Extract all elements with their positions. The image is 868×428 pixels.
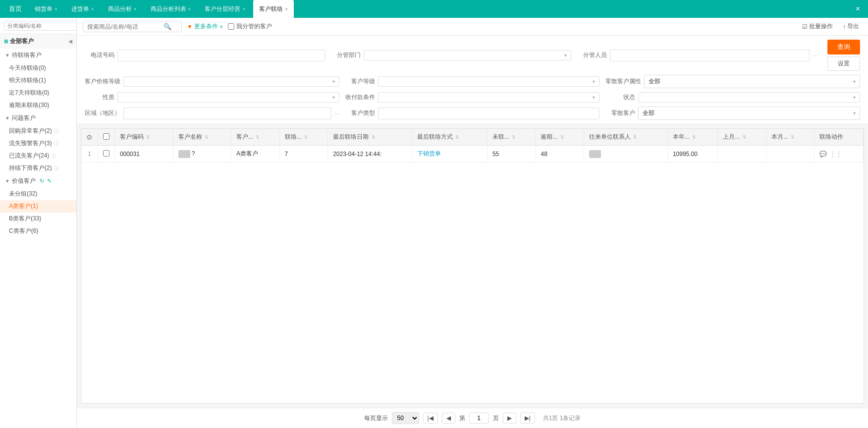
table-settings-icon[interactable]: ⚙: [86, 133, 93, 141]
sidebar-value-customers-group[interactable]: ▼ 价值客户 ↻ ✎: [0, 174, 76, 188]
more-action-icon[interactable]: ⋮⋮: [830, 151, 842, 158]
nature-label: 性质: [85, 93, 114, 102]
row-checkbox-cell: [98, 146, 115, 162]
main-search-input[interactable]: [87, 23, 162, 30]
row-checkbox[interactable]: [103, 150, 109, 157]
sidebar-item-keep-lost[interactable]: 持续下滑客户(2) ⓘ: [0, 162, 76, 174]
main-search-icon[interactable]: 🔍: [163, 23, 171, 30]
sort-last-contact-method-icon[interactable]: ⇅: [455, 135, 459, 140]
export-button[interactable]: ↑ 导出: [840, 21, 862, 32]
contact-action-cell: 💬 ⋮⋮: [814, 146, 864, 162]
customer-level-select[interactable]: ▾: [378, 76, 600, 87]
retail-customer-select[interactable]: 全部 ▾: [638, 107, 860, 120]
sidebar-item-tomorrow-pending[interactable]: 明天待联络(1): [0, 74, 76, 87]
division-dept-field: 分管部门 ▾: [331, 50, 571, 60]
sidebar-all-customers-header[interactable]: ⊞ 全部客户 ◀: [0, 34, 76, 49]
payment-condition-select[interactable]: ▾: [378, 92, 600, 103]
sidebar-item-today-pending[interactable]: 今天待联络(0): [0, 62, 76, 74]
sidebar-item-class-a[interactable]: A类客户(1): [0, 200, 76, 213]
contact-count-cell: 7: [279, 146, 328, 162]
sidebar-item-already-lost[interactable]: 已流失客户(24) ⓘ: [0, 150, 76, 162]
sort-last-contact-date-icon[interactable]: ⇅: [372, 135, 376, 140]
home-tab[interactable]: 首页: [4, 2, 27, 15]
sort-this-year-icon[interactable]: ⇅: [692, 135, 696, 140]
price-level-chevron-icon: ▾: [332, 79, 335, 84]
sidebar-pending-contact-group[interactable]: ▼ 待联络客户: [0, 49, 76, 62]
sort-customer-type-icon[interactable]: ⇅: [256, 135, 260, 140]
close-sales-order-icon[interactable]: ×: [54, 6, 57, 12]
last-page-button[interactable]: ▶|: [520, 413, 535, 424]
sort-contact-person-icon[interactable]: ⇅: [633, 135, 637, 140]
th-last-month: 上月... ⇅: [718, 129, 766, 146]
my-customers-checkbox-group[interactable]: 我分管的客户: [228, 22, 272, 31]
window-close-button[interactable]: ×: [852, 4, 864, 13]
page-suffix: 页: [493, 414, 499, 423]
collapse-icon[interactable]: ◀: [68, 39, 72, 44]
division-person-more-icon[interactable]: ···: [813, 52, 817, 59]
sidebar-item-class-c[interactable]: C类客户(6): [0, 225, 76, 237]
division-dept-select[interactable]: ▾: [364, 50, 571, 60]
sort-customer-name-icon[interactable]: ⇅: [205, 135, 209, 140]
sidebar-item-repeat-buy-abnormal[interactable]: 回购异常客户(2) ⓘ: [0, 125, 76, 137]
sidebar-item-overdue-contact[interactable]: 逾期未联络(30): [0, 99, 76, 111]
sidebar-item-ungrouped[interactable]: 未分组(32): [0, 188, 76, 200]
per-page-select[interactable]: 50 100 200: [392, 412, 419, 424]
region-more-icon[interactable]: ···: [334, 110, 339, 117]
close-product-analysis-list-icon[interactable]: ×: [188, 6, 191, 12]
query-button[interactable]: 查询: [827, 40, 860, 54]
edit-icon[interactable]: ✎: [47, 178, 52, 184]
sort-no-contact-days-icon[interactable]: ⇅: [512, 135, 516, 140]
division-person-input[interactable]: [610, 50, 810, 61]
bulk-operation-button[interactable]: ☑ 批量操作: [799, 21, 836, 32]
retail-attr-select[interactable]: 全部 ▾: [644, 75, 860, 88]
th-customer-code: 客户编码 ⇅: [115, 129, 173, 146]
customer-type-input[interactable]: [378, 107, 600, 119]
my-customers-checkbox[interactable]: [228, 23, 234, 30]
next-page-button[interactable]: ▶: [503, 413, 516, 424]
close-customer-tier-icon[interactable]: ×: [242, 6, 245, 12]
sidebar-problem-customers-group[interactable]: ▼ 问题客户: [0, 111, 76, 125]
table-row: 1 000031 ? A类客户 7 2023-04-12 14:44:: [81, 146, 864, 162]
page-number-input[interactable]: [469, 413, 489, 424]
sidebar-item-class-b[interactable]: B类客户(33): [0, 213, 76, 225]
nature-select[interactable]: ▾: [117, 92, 339, 103]
tab-product-analysis-list[interactable]: 商品分析列表 ×: [145, 0, 197, 18]
price-level-select[interactable]: ▾: [123, 76, 339, 87]
price-level-field: 客户价格等级 ▾: [85, 76, 339, 87]
filter-actions-group: ☑ 批量操作 ↑ 导出: [799, 21, 862, 32]
tab-purchase-order[interactable]: 进货单 ×: [65, 0, 100, 18]
last-contact-method-link[interactable]: 下销货单: [417, 150, 441, 157]
region-input[interactable]: [123, 107, 331, 119]
sidebar-item-lost-prediction[interactable]: 流失预警客户(3) ⓘ: [0, 137, 76, 150]
sidebar-item-seven-days-pending[interactable]: 近7天待联络(0): [0, 87, 76, 99]
last-contact-method-cell: 下销货单: [412, 146, 488, 162]
close-product-analysis-icon[interactable]: ×: [134, 6, 137, 12]
refresh-icon[interactable]: ↻: [40, 178, 44, 184]
sort-this-month-icon[interactable]: ⇅: [791, 135, 795, 140]
first-page-button[interactable]: |◀: [423, 413, 438, 424]
sort-customer-code-icon[interactable]: ⇅: [146, 135, 150, 140]
last-month-cell: [718, 146, 766, 162]
select-all-checkbox[interactable]: [103, 133, 109, 140]
message-action-icon[interactable]: 💬: [819, 151, 827, 158]
close-purchase-order-icon[interactable]: ×: [91, 6, 94, 12]
tab-customer-contact[interactable]: 客户联络 ×: [253, 0, 294, 18]
tab-product-analysis[interactable]: 商品分析 ×: [102, 0, 143, 18]
prev-page-button[interactable]: ◀: [442, 413, 455, 424]
settings-button[interactable]: 设置: [827, 56, 860, 71]
status-select[interactable]: ▾: [638, 92, 860, 103]
more-conditions-button[interactable]: ▼ 更多条件 ∧: [187, 22, 223, 31]
info-icon1: ⓘ: [54, 128, 59, 135]
filter-row-3: 性质 ▾ 收付款条件 ▾ 状态 ▾: [85, 92, 860, 103]
main-search-box[interactable]: 🔍: [83, 21, 182, 32]
info-icon4: ⓘ: [54, 165, 59, 172]
sort-overdue-icon[interactable]: ⇅: [560, 135, 564, 140]
close-customer-contact-icon[interactable]: ×: [285, 6, 288, 12]
sort-last-month-icon[interactable]: ⇅: [743, 135, 747, 140]
sort-contact-count-icon[interactable]: ⇅: [304, 135, 308, 140]
sidebar-search-input[interactable]: [4, 21, 77, 31]
tab-sales-order[interactable]: 销货单 ×: [29, 0, 63, 18]
action-buttons: 查询 设置: [827, 40, 860, 71]
tab-customer-tier[interactable]: 客户分层经营 ×: [199, 0, 251, 18]
phone-input[interactable]: [117, 50, 325, 61]
